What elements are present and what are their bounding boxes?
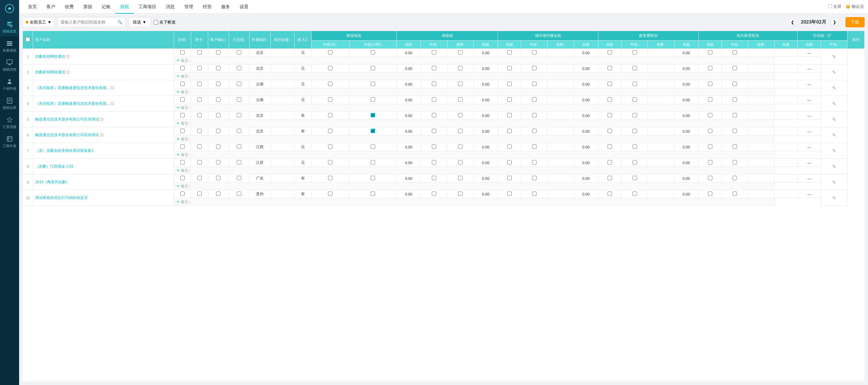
city-declare-cb-2[interactable] (507, 82, 512, 86)
edu-declare-cb-9[interactable] (608, 191, 612, 196)
local-declare-cb-5[interactable] (708, 129, 712, 133)
vat-fee-cb-2[interactable] (458, 82, 463, 86)
local-declare-cb-2[interactable] (708, 82, 712, 86)
edit-button-6[interactable]: ✎ (832, 148, 836, 154)
sidebar-item-batch-tax[interactable]: 批量报税 (0, 36, 19, 55)
nav-manage[interactable]: 管理 (180, 0, 198, 14)
nav-message[interactable]: 消息 (161, 0, 180, 14)
next-month-button[interactable]: ❯ (830, 18, 839, 26)
city-fee-cb-2[interactable] (532, 82, 537, 86)
edu-fee-cb-7[interactable] (632, 160, 637, 165)
swipe-card-cb-5[interactable] (197, 129, 202, 133)
local-fee-cb-6[interactable] (732, 144, 737, 149)
paid-tax-cb-7[interactable] (237, 160, 241, 165)
edit-button-2[interactable]: ✎ (832, 85, 836, 91)
financial-month-cb-1[interactable] (371, 66, 375, 70)
vat-declare-cb-5[interactable] (432, 129, 436, 133)
edit-button-3[interactable]: ✎ (832, 101, 836, 106)
client-confirm-cb-8[interactable] (216, 176, 220, 180)
city-fee-cb-6[interactable] (532, 144, 537, 149)
financial-month-cb-3[interactable] (371, 97, 375, 102)
financial-year-cb-3[interactable] (328, 97, 332, 102)
vat-declare-cb-4[interactable] (432, 113, 436, 117)
paid-tax-cb-8[interactable] (237, 176, 241, 180)
nav-operation[interactable]: 经营 (198, 0, 216, 14)
local-declare-cb-8[interactable] (708, 176, 712, 180)
local-fee-cb-0[interactable] (732, 50, 737, 55)
named-accounts-checkbox-label[interactable]: 名下帐套 (154, 19, 176, 25)
member-btn[interactable]: 👑 畅会员 (845, 4, 864, 10)
nav-invoice[interactable]: 票据 (79, 0, 97, 14)
city-fee-cb-5[interactable] (532, 129, 537, 133)
edu-fee-cb-9[interactable] (632, 191, 637, 196)
vat-fee-cb-9[interactable] (458, 191, 463, 196)
local-fee-cb-2[interactable] (732, 82, 737, 86)
client-confirm-cb-9[interactable] (216, 191, 220, 196)
local-declare-cb-6[interactable] (708, 144, 712, 149)
edu-fee-cb-2[interactable] (632, 82, 637, 86)
edit-button-5[interactable]: ✎ (832, 132, 836, 138)
sidebar-item-settlement[interactable]: 汇算清缴 (0, 113, 19, 132)
edu-declare-cb-0[interactable] (608, 50, 612, 55)
copy-tax-cb-4[interactable] (180, 113, 185, 117)
financial-year-cb-8[interactable] (328, 176, 332, 180)
main-table-container[interactable]: 客户名称 抄税↑ 滑卡↑ 客户确认↑ 已完税↑ 所属地区↑ 税控设备↑ 收入C … (23, 31, 865, 382)
vat-fee-cb-5[interactable] (458, 129, 463, 133)
vat-declare-cb-0[interactable] (432, 50, 436, 55)
edu-declare-cb-3[interactable] (608, 97, 612, 102)
copy-tax-cb-6[interactable] (180, 144, 185, 149)
sidebar-item-annual-report[interactable]: 工商年报 (0, 132, 19, 151)
client-confirm-cb-3[interactable] (216, 97, 220, 102)
city-fee-cb-0[interactable] (532, 50, 537, 55)
named-accounts-checkbox[interactable] (154, 20, 158, 25)
vat-fee-cb-3[interactable] (458, 97, 463, 102)
local-declare-cb-4[interactable] (708, 113, 712, 117)
vat-declare-cb-3[interactable] (432, 97, 436, 102)
swipe-card-cb-7[interactable] (197, 160, 202, 165)
local-declare-cb-9[interactable] (708, 191, 712, 196)
vat-fee-cb-8[interactable] (458, 176, 463, 180)
vat-fee-cb-4[interactable] (458, 113, 463, 117)
financial-year-cb-1[interactable] (328, 66, 332, 70)
edu-declare-cb-6[interactable] (608, 144, 612, 149)
edu-fee-cb-3[interactable] (632, 97, 637, 102)
city-fee-cb-3[interactable] (532, 97, 537, 102)
edu-fee-cb-8[interactable] (632, 176, 637, 180)
copy-tax-cb-9[interactable] (180, 191, 185, 196)
vat-declare-cb-9[interactable] (432, 191, 436, 196)
local-fee-cb-1[interactable] (732, 66, 737, 70)
vat-fee-cb-7[interactable] (458, 160, 463, 165)
financial-year-cb-5[interactable] (328, 129, 332, 133)
local-declare-cb-3[interactable] (708, 97, 712, 102)
financial-year-cb-2[interactable] (328, 82, 332, 86)
city-fee-cb-7[interactable] (532, 160, 537, 165)
swipe-card-cb-2[interactable] (197, 82, 202, 86)
employee-filter-select[interactable]: 全部员工 ▼ (23, 17, 55, 27)
copy-tax-cb-3[interactable] (180, 97, 185, 102)
edit-button-9[interactable]: ✎ (832, 195, 836, 201)
local-fee-cb-7[interactable] (732, 160, 737, 165)
local-fee-cb-9[interactable] (732, 191, 737, 196)
city-declare-cb-9[interactable] (507, 191, 512, 196)
edit-button-4[interactable]: ✎ (832, 117, 836, 122)
select-all-checkbox[interactable] (26, 37, 30, 42)
city-fee-cb-9[interactable] (532, 191, 537, 196)
prev-month-button[interactable]: ❮ (788, 18, 797, 26)
financial-year-cb-6[interactable] (328, 144, 332, 149)
swipe-card-cb-0[interactable] (197, 50, 202, 55)
vat-declare-cb-1[interactable] (432, 66, 436, 70)
copy-tax-cb-1[interactable] (180, 66, 185, 70)
copy-tax-cb-2[interactable] (180, 82, 185, 86)
city-declare-cb-3[interactable] (507, 97, 512, 102)
swipe-card-cb-1[interactable] (197, 66, 202, 70)
financial-month-cb-5[interactable] (371, 129, 375, 133)
edit-button-1[interactable]: ✎ (832, 70, 836, 75)
client-confirm-cb-6[interactable] (216, 144, 220, 149)
edu-declare-cb-4[interactable] (608, 113, 612, 117)
vat-fee-cb-0[interactable] (458, 50, 463, 55)
city-declare-cb-8[interactable] (507, 176, 512, 180)
edu-fee-cb-0[interactable] (632, 50, 637, 55)
nav-bookkeeping[interactable]: 记账 (97, 0, 115, 14)
financial-month-cb-4[interactable] (371, 113, 375, 117)
vat-declare-cb-6[interactable] (432, 144, 436, 149)
